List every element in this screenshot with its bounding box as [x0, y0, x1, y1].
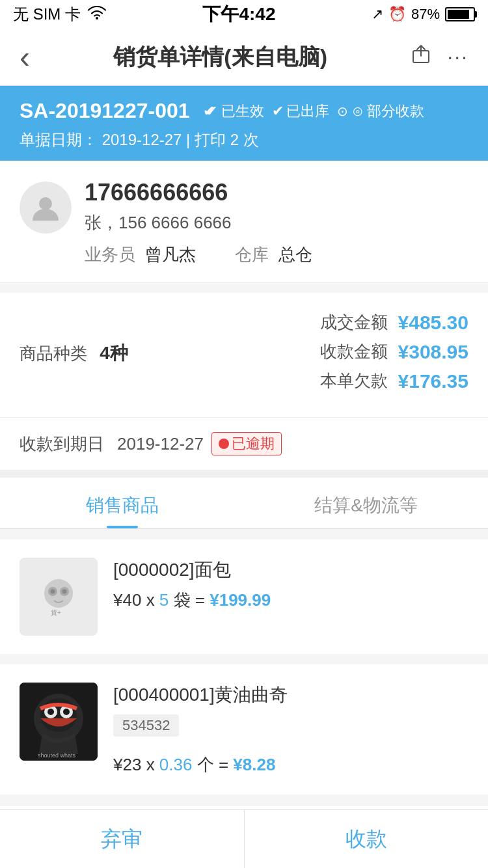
product-total-2: ¥8.28	[233, 755, 275, 774]
battery-icon	[445, 7, 475, 21]
product-detail-2: [000400001]黄油曲奇 534532 ¥23 x 0.36 个 = ¥8…	[113, 683, 468, 776]
svg-point-5	[51, 590, 55, 594]
stats-section: 商品种类 4种 成交金额 ¥485.30 收款金额 ¥308.95 本单欠款 ¥…	[0, 293, 488, 418]
share-icon[interactable]	[411, 44, 431, 70]
thumb-placeholder-1: 貨+	[20, 558, 98, 636]
wifi-icon	[87, 5, 107, 23]
due-date: 2019-12-27	[117, 434, 204, 454]
date-label: 单据日期：	[20, 131, 98, 148]
product-total-1: ¥199.99	[210, 590, 271, 610]
product-item-1: 貨+ [0000002]面包 ¥40 x 5 袋 = ¥199.99	[0, 539, 488, 654]
svg-point-2	[44, 579, 73, 608]
svg-text:貨+: 貨+	[51, 609, 61, 616]
product-name-1: [0000002]面包	[113, 558, 468, 582]
carrier-label: 无 SIM 卡	[13, 4, 81, 25]
print-info: | 打印 2 次	[186, 131, 259, 148]
page-title: 销货单详情(来自电脑)	[113, 42, 327, 72]
owed-label: 本单欠款	[320, 370, 388, 392]
warehouse: 仓库 总仓	[235, 243, 312, 266]
owed-amount-row: 本单欠款 ¥176.35	[320, 370, 468, 392]
product-qty-1: 5	[159, 590, 169, 610]
product-unit-1: 袋	[174, 590, 191, 610]
status-bar: 无 SIM 卡 下午4:42 ↗ ⏰ 87%	[0, 0, 488, 29]
battery-percent: 87%	[411, 6, 440, 23]
overdue-dot-icon	[219, 439, 229, 449]
stats-left: 商品种类 4种	[20, 341, 128, 370]
overdue-badge: 已逾期	[211, 432, 282, 455]
status-time: 下午4:42	[202, 2, 275, 27]
warehouse-value: 总仓	[278, 245, 312, 264]
customer-section: 17666666666 张，156 6666 6666 业务员 曾凡杰 仓库 总…	[0, 161, 488, 282]
type-count: 4种	[100, 343, 128, 363]
product-qty-2: 0.36	[159, 755, 193, 774]
tabs-bar: 销售商品 结算&物流等	[0, 478, 488, 529]
due-section: 收款到期日 2019-12-27 已逾期	[0, 418, 488, 478]
clock-icon: ⊙	[337, 103, 348, 119]
status-shipped: ✔ 已出库	[272, 102, 329, 121]
product-unit-2: 个	[197, 755, 214, 774]
product-thumb-2: shouted whats	[20, 683, 98, 761]
nav-actions: ···	[411, 44, 468, 70]
order-number: SA-20191227-001	[20, 99, 190, 123]
nav-bar: ‹ 销货单详情(来自电脑) ···	[0, 29, 488, 86]
status-tags: ✔ ✔ 已生效 ✔ 已出库 ⊙ ⊙ 部分收款	[203, 102, 424, 121]
status-partial-payment: ⊙ ⊙ 部分收款	[337, 102, 424, 121]
product-price-1: ¥40 x 5 袋 = ¥199.99	[113, 589, 468, 612]
overdue-label: 已逾期	[232, 434, 275, 454]
owed-value: ¥176.35	[398, 370, 468, 392]
customer-avatar	[20, 182, 72, 234]
product-type-row: 商品种类 4种	[20, 341, 128, 366]
order-date: 2019-12-27	[102, 131, 182, 148]
transaction-label: 成交金额	[320, 311, 388, 334]
status-left: 无 SIM 卡	[13, 4, 107, 25]
product-thumb-1: 貨+	[20, 558, 98, 636]
received-label: 收款金额	[320, 340, 388, 363]
product-detail-1: [0000002]面包 ¥40 x 5 袋 = ¥199.99	[113, 558, 468, 612]
customer-id: 17666666666	[85, 179, 468, 206]
sales-staff: 业务员 曾凡杰	[85, 243, 196, 266]
more-icon[interactable]: ···	[447, 45, 468, 69]
customer-name-phone: 张，156 6666 6666	[85, 211, 468, 234]
bottom-bar: 弃审 收款	[0, 809, 488, 868]
received-value: ¥308.95	[398, 341, 468, 363]
transaction-amount-row: 成交金额 ¥485.30	[320, 311, 468, 334]
reject-button[interactable]: 弃审	[0, 810, 245, 868]
location-icon: ↗	[372, 6, 383, 23]
tab-settlement[interactable]: 结算&物流等	[244, 478, 488, 528]
product-price-2: ¥23 x 0.36 个 = ¥8.28	[113, 753, 468, 776]
type-label: 商品种类	[20, 344, 87, 363]
price-base-1: ¥40	[113, 590, 141, 610]
stats-right: 成交金额 ¥485.30 收款金额 ¥308.95 本单欠款 ¥176.35	[320, 311, 468, 399]
customer-info: 17666666666 张，156 6666 6666 业务员 曾凡杰 仓库 总…	[85, 179, 468, 266]
sales-label: 业务员	[85, 245, 135, 264]
price-base-2: ¥23	[113, 755, 141, 774]
svg-point-1	[39, 197, 52, 210]
svg-point-14	[63, 709, 70, 715]
status-right: ↗ ⏰ 87%	[372, 6, 475, 23]
header-band: SA-20191227-001 ✔ ✔ 已生效 ✔ 已出库 ⊙ ⊙ 部分收款 单…	[0, 86, 488, 161]
back-button[interactable]: ‹	[20, 39, 30, 75]
order-date-line: 单据日期： 2019-12-27 | 打印 2 次	[20, 129, 468, 150]
product-name-2: [000400001]黄油曲奇	[113, 683, 468, 707]
sales-value: 曾凡杰	[145, 245, 196, 264]
product-item-2: shouted whats [000400001]黄油曲奇 534532 ¥23…	[0, 664, 488, 794]
product-sku-2: 534532	[113, 714, 179, 737]
svg-point-13	[47, 709, 54, 715]
collect-button[interactable]: 收款	[245, 810, 489, 868]
alarm-icon: ⏰	[388, 6, 406, 23]
status-effective: ✔ ✔ 已生效	[203, 102, 264, 121]
svg-text:shouted whats: shouted whats	[38, 752, 76, 759]
due-label: 收款到期日	[20, 433, 104, 455]
received-amount-row: 收款金额 ¥308.95	[320, 340, 468, 363]
svg-point-6	[62, 590, 67, 594]
transaction-value: ¥485.30	[398, 312, 468, 334]
warehouse-label: 仓库	[235, 245, 269, 264]
tab-sales-goods[interactable]: 销售商品	[0, 478, 244, 528]
customer-meta: 业务员 曾凡杰 仓库 总仓	[85, 243, 468, 266]
check-icon-shipped: ✔	[272, 103, 284, 120]
